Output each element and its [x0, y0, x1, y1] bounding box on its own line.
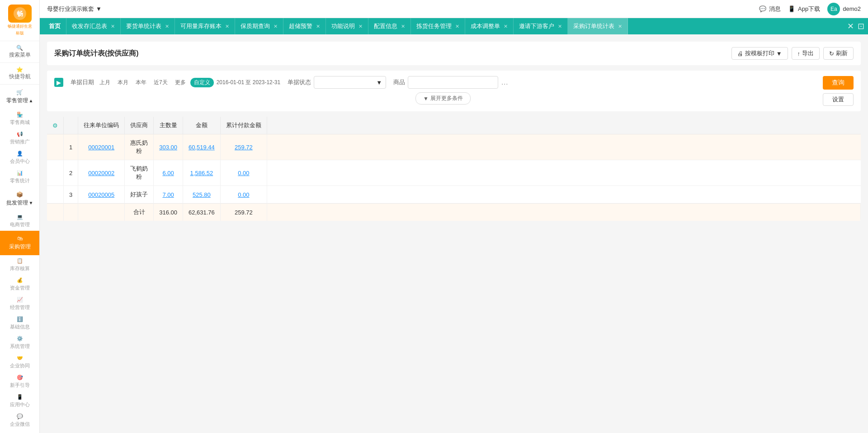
retail-stat-label: 零售统计 [10, 177, 30, 184]
sidebar-item-inventory[interactable]: 📋 库存核算 [0, 255, 39, 275]
tab-cost-adjust[interactable]: 成本调整单 ✕ [465, 18, 514, 34]
query-button[interactable]: 查询 [823, 76, 854, 90]
sidebar-item-search[interactable]: 🔍 搜索菜单 [0, 41, 39, 63]
td-row2-qty: 6.00 [154, 160, 183, 186]
tab-purchase-stat[interactable]: 采购订单统计表 ✕ [568, 18, 628, 34]
sidebar-item-enterprise-wx[interactable]: 💬 企业微信 [0, 411, 39, 430]
th-settings[interactable]: ⚙ [47, 117, 64, 134]
date-tag-last-month[interactable]: 上月 [97, 78, 113, 87]
download-icon: 📱 [788, 5, 795, 12]
goods-filter-label: 商品 [393, 78, 405, 86]
tfoot-paid: 259.72 [220, 204, 267, 221]
logo-image: 畅 [8, 5, 32, 23]
tab-home[interactable]: 首页 [43, 18, 66, 34]
sidebar-item-app-center[interactable]: 📱 应用中心 [0, 391, 39, 411]
app-download-btn[interactable]: 📱 App下载 [788, 5, 820, 13]
tab-expiry[interactable]: 保质期查询 ✕ [235, 18, 283, 34]
tab-order-stat[interactable]: 要货单统计表 ✕ [121, 18, 175, 34]
refresh-button[interactable]: ↻ 刷新 [823, 47, 854, 60]
goods-input[interactable] [408, 76, 498, 89]
date-tag-more[interactable]: 更多 [172, 78, 189, 87]
tab-config[interactable]: 配置信息 ✕ [368, 18, 411, 34]
print-label: 按模板打印 [745, 49, 774, 57]
maximize-window-icon[interactable]: ⊡ [858, 21, 864, 31]
sidebar-item-quick-nav[interactable]: ⭐ 快捷导航 [0, 63, 39, 85]
sidebar-item-retail-mall[interactable]: 🏪 零售商城 [0, 109, 39, 128]
tab-purchase-stat-close[interactable]: ✕ [618, 24, 622, 29]
filter-collapse-btn[interactable]: ▶ [54, 78, 63, 87]
workspace-chevron-icon: ▼ [96, 5, 102, 12]
tab-inventory-book[interactable]: 可用量库存账本 ✕ [175, 18, 235, 34]
tab-invite-downstream[interactable]: 邀请下游客户 ✕ [514, 18, 568, 34]
row1-amount-link[interactable]: 60,519.44 [189, 144, 215, 151]
tab-receive-send[interactable]: 收发存汇总表 ✕ [66, 18, 121, 34]
row2-qty-link[interactable]: 6.00 [162, 170, 174, 176]
sidebar-item-operation[interactable]: 📈 经营管理 [0, 294, 39, 314]
status-select[interactable]: ▼ [314, 76, 386, 89]
row2-amount-link[interactable]: 1,586.52 [190, 170, 213, 176]
goods-more-btn[interactable]: … [501, 78, 508, 86]
member-icon: 👤 [17, 151, 23, 157]
sidebar-item-member[interactable]: 👤 会员中心 [0, 148, 39, 167]
row2-paid-link[interactable]: 0.00 [238, 170, 249, 176]
tab-overstock-close[interactable]: ✕ [316, 24, 320, 29]
star-icon: ⭐ [3, 67, 37, 73]
row3-amount-link[interactable]: 525.80 [193, 191, 211, 198]
sidebar-item-newbie[interactable]: 🎯 新手引导 [0, 372, 39, 391]
tab-function-desc-close[interactable]: ✕ [359, 24, 363, 29]
tab-order-stat-close[interactable]: ✕ [165, 24, 169, 29]
sidebar-item-wholesale[interactable]: 📦 批发管理 ▼ [0, 187, 39, 211]
date-tag-7days[interactable]: 近7天 [151, 78, 170, 87]
th-code: 往来单位编码 [78, 117, 125, 134]
row2-code-link[interactable]: 00020002 [88, 170, 114, 176]
sidebar-item-member2[interactable]: 🌟 畅会员 [0, 430, 39, 433]
export-button[interactable]: ↑ 导出 [792, 47, 820, 60]
sidebar-item-retail-stat[interactable]: 📊 零售统计 [0, 167, 39, 187]
user-info[interactable]: Ea demo2 [827, 3, 861, 15]
td-row2-extra [267, 160, 860, 186]
print-button[interactable]: 🖨 按模板打印 ▼ [731, 47, 788, 60]
sidebar-item-finance[interactable]: 💰 资金管理 [0, 275, 39, 294]
row1-code-link[interactable]: 00020001 [88, 144, 114, 151]
row3-paid-link[interactable]: 0.00 [238, 191, 249, 198]
tab-config-close[interactable]: ✕ [401, 24, 405, 29]
row3-qty-link[interactable]: 7.00 [162, 191, 174, 198]
sidebar-item-ecommerce[interactable]: 💻 电商管理 [0, 211, 39, 231]
workspace-selector[interactable]: 母婴行业演示账套 ▼ [47, 5, 102, 13]
tab-function-desc[interactable]: 功能说明 ✕ [326, 18, 368, 34]
td-row3-extra [267, 186, 860, 204]
sidebar-item-retail[interactable]: 🛒 零售管理 ▲ [0, 85, 39, 109]
tab-pick-task-close[interactable]: ✕ [455, 24, 459, 29]
expand-more-button[interactable]: ▼ 展开更多条件 [415, 92, 471, 105]
tab-overstock[interactable]: 超储预警 ✕ [283, 18, 326, 34]
date-tag-this-year[interactable]: 本年 [133, 78, 149, 87]
row1-qty-link[interactable]: 303.00 [159, 144, 177, 151]
tab-pick-task[interactable]: 拣货任务管理 ✕ [411, 18, 465, 34]
tab-expiry-close[interactable]: ✕ [274, 24, 278, 29]
close-window-icon[interactable]: ✕ [847, 21, 854, 31]
tab-inventory-book-close[interactable]: ✕ [225, 24, 229, 29]
td-row1-settings [47, 134, 64, 160]
row3-code-link[interactable]: 00020005 [88, 191, 114, 198]
message-btn[interactable]: 💬 消息 [759, 5, 781, 13]
tab-cost-adjust-close[interactable]: ✕ [504, 24, 508, 29]
top-navigation: 首页 收发存汇总表 ✕ 要货单统计表 ✕ 可用量库存账本 ✕ 保质期查询 ✕ 超… [40, 18, 868, 34]
td-row1-amount: 60,519.44 [183, 134, 221, 160]
page-title-bar: 采购订单统计表(按供应商) 🖨 按模板打印 ▼ ↑ 导出 ↻ 刷新 [47, 42, 861, 65]
td-row2-code: 00020002 [78, 160, 125, 186]
settings-button[interactable]: 设置 [823, 93, 854, 106]
member-label: 会员中心 [10, 158, 30, 165]
sidebar-item-enterprise[interactable]: 🤝 企业协同 [0, 352, 39, 372]
sidebar-item-system[interactable]: ⚙️ 系统管理 [0, 333, 39, 352]
sidebar-item-basic[interactable]: ℹ️ 基础信息 [0, 314, 39, 333]
mall-icon: 🏪 [17, 112, 23, 118]
tab-invite-downstream-close[interactable]: ✕ [558, 24, 562, 29]
date-tag-this-month[interactable]: 本月 [115, 78, 131, 87]
td-row3-supplier: 好孩子 [125, 186, 154, 204]
date-tag-custom[interactable]: 自定义 [190, 78, 214, 87]
tab-receive-send-close[interactable]: ✕ [111, 24, 115, 29]
newbie-icon: 🎯 [17, 375, 23, 381]
row1-paid-link[interactable]: 259.72 [235, 144, 253, 151]
sidebar-item-purchase[interactable]: 🛍 采购管理 [0, 231, 39, 255]
sidebar-item-marketing[interactable]: 📢 营销推广 [0, 128, 39, 148]
